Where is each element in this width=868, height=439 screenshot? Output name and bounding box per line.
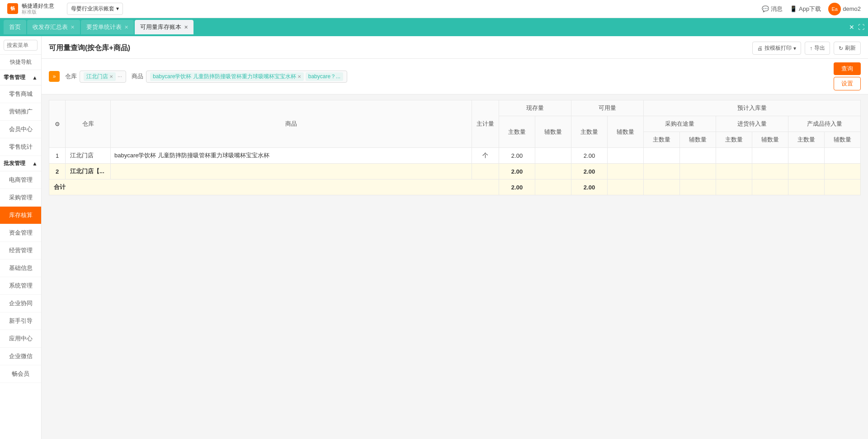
settings-btn[interactable]: 设置 xyxy=(834,77,861,90)
footer-production-main xyxy=(788,179,825,195)
sidebar-item-system[interactable]: 系统管理 xyxy=(0,277,41,295)
message-btn[interactable]: 💬 消息 xyxy=(762,5,783,13)
goods-remove-icon-1[interactable]: ✕ xyxy=(297,74,301,79)
sidebar-item-marketing[interactable]: 营销推广 xyxy=(0,103,41,121)
row1-stock-aux xyxy=(535,148,571,164)
th-production-aux: 辅数量 xyxy=(825,132,861,148)
print-icon: 🖨 xyxy=(757,45,763,52)
warehouse-filter-group: 仓库 江北门店 ✕ ··· xyxy=(65,71,126,83)
export-btn[interactable]: ↑ 导出 xyxy=(805,42,830,55)
tab-order-stats[interactable]: 要货单统计表 ✕ xyxy=(81,20,134,34)
th-production-pending: 产成品待入量 xyxy=(788,116,861,132)
refresh-icon: ↻ xyxy=(839,45,843,52)
row1-stock-main: 2.00 xyxy=(499,148,535,164)
row1-unit: 个 xyxy=(472,148,499,164)
warehouse-tag: 江北门店 ✕ xyxy=(84,72,116,81)
row2-production-main xyxy=(788,164,825,179)
sidebar: 快捷导航 零售管理 ▲ 零售商城 营销推广 会员中心 零售统计 批发管理 ▲ 电… xyxy=(0,36,42,439)
th-incoming-main: 主数量 xyxy=(716,132,752,148)
row2-warehouse: 江北门店【... xyxy=(66,164,111,179)
row1-purchase-aux xyxy=(680,148,716,164)
row2-incoming-aux xyxy=(752,164,788,179)
sidebar-section-wholesale[interactable]: 批发管理 ▲ xyxy=(0,156,41,171)
page-actions: 🖨 按模板打印 ▾ ↑ 导出 ↻ 刷新 xyxy=(752,42,861,55)
sidebar-item-purchase[interactable]: 采购管理 xyxy=(0,189,41,207)
row2-index: 2 xyxy=(49,164,66,179)
sidebar-search-container xyxy=(0,36,41,55)
chevron-right-icon: » xyxy=(53,73,56,80)
sidebar-section-retail[interactable]: 零售管理 ▲ xyxy=(0,70,41,85)
filter-toggle-btn[interactable]: » xyxy=(49,71,60,82)
footer-incoming-main xyxy=(716,179,752,195)
th-unit: 主计量 xyxy=(472,100,499,148)
warehouse-more-icon[interactable]: ··· xyxy=(118,73,122,80)
warehouse-remove-icon[interactable]: ✕ xyxy=(109,74,113,79)
tab-close-available[interactable]: ✕ xyxy=(184,24,188,30)
tab-available-stock[interactable]: 可用量库存账本 ✕ xyxy=(135,20,193,34)
sidebar-item-ecommerce[interactable]: 电商管理 xyxy=(0,171,41,189)
sidebar-item-enterprise[interactable]: 企业协同 xyxy=(0,295,41,312)
row2-production-aux xyxy=(825,164,861,179)
th-avail-aux: 辅数量 xyxy=(608,116,644,148)
sidebar-item-inventory[interactable]: 库存核算 xyxy=(0,207,41,224)
settings-icon[interactable]: ⚙ xyxy=(55,121,60,127)
org-selector[interactable]: 母婴行业演示账套 ▾ xyxy=(67,3,123,15)
tab-expand-icon[interactable]: ⛶ xyxy=(858,24,864,31)
export-icon: ↑ xyxy=(810,45,812,52)
row1-avail-main: 2.00 xyxy=(571,148,608,164)
goods-tag-1: babycare学饮杯 儿童防摔防撞吸管杯重力球吸嘴杯宝宝水杯 ✕ xyxy=(150,72,304,81)
sidebar-item-guide[interactable]: 新手引导 xyxy=(0,312,41,330)
tab-actions: ✕ ⛶ xyxy=(849,24,864,31)
goods-value[interactable]: babycare学饮杯 儿童防摔防撞吸管杯重力球吸嘴杯宝宝水杯 ✕ babyca… xyxy=(146,71,347,83)
row2-unit xyxy=(472,164,499,179)
warehouse-label: 仓库 xyxy=(65,72,77,80)
app-download-btn[interactable]: 📱 App下载 xyxy=(790,5,821,13)
warehouse-value[interactable]: 江北门店 ✕ ··· xyxy=(80,71,126,83)
sidebar-item-operations[interactable]: 经营管理 xyxy=(0,242,41,260)
footer-production-aux xyxy=(825,179,861,195)
th-current-stock: 现存量 xyxy=(499,100,571,116)
sidebar-item-retail-mall[interactable]: 零售商城 xyxy=(0,85,41,103)
sidebar-item-basic-info[interactable]: 基础信息 xyxy=(0,260,41,277)
refresh-btn[interactable]: ↻ 刷新 xyxy=(834,42,861,55)
tab-receipt-summary[interactable]: 收发存汇总表 ✕ xyxy=(27,20,80,34)
row1-purchase-main xyxy=(644,148,680,164)
filter-bar: » 仓库 江北门店 ✕ ··· 商品 babycare学饮杯 儿童防摔防撞吸管杯… xyxy=(42,59,868,94)
sidebar-item-member-plus[interactable]: 畅会员 xyxy=(0,365,41,383)
footer-purchase-main xyxy=(644,179,680,195)
chevron-up-icon: ▲ xyxy=(32,75,38,81)
th-stock-main: 主数量 xyxy=(499,116,535,148)
row2-goods xyxy=(111,164,472,179)
sidebar-item-member[interactable]: 会员中心 xyxy=(0,121,41,138)
avatar: Ea xyxy=(828,3,841,15)
sidebar-item-quick-nav[interactable]: 快捷导航 xyxy=(0,55,41,70)
top-bar: 畅 畅捷通好生意 标准版 母婴行业演示账套 ▾ 💬 消息 📱 App下载 Ea … xyxy=(0,0,868,18)
sidebar-item-enterprise-wechat[interactable]: 企业微信 xyxy=(0,348,41,365)
th-available: 可用量 xyxy=(571,100,644,116)
sidebar-item-app-center[interactable]: 应用中心 xyxy=(0,330,41,348)
query-btn[interactable]: 查询 xyxy=(834,62,861,75)
footer-avail-aux xyxy=(608,179,644,195)
user-profile[interactable]: Ea demo2 xyxy=(828,3,861,15)
content-area: 可用量查询(按仓库+商品) 🖨 按模板打印 ▾ ↑ 导出 ↻ 刷新 xyxy=(42,36,868,439)
page-header: 可用量查询(按仓库+商品) 🖨 按模板打印 ▾ ↑ 导出 ↻ 刷新 xyxy=(42,36,868,59)
th-purchase-transit: 采购在途量 xyxy=(644,116,716,132)
row2-purchase-main xyxy=(644,164,680,179)
table-row: 1 江北门店 babycare学饮杯 儿童防摔防撞吸管杯重力球吸嘴杯宝宝水杯 个… xyxy=(49,148,861,164)
sidebar-item-finance[interactable]: 资金管理 xyxy=(0,224,41,242)
sidebar-item-retail-stats[interactable]: 零售统计 xyxy=(0,138,41,156)
th-incoming-pending: 进货待入量 xyxy=(716,116,788,132)
tab-home[interactable]: 首页 xyxy=(4,20,26,34)
tab-close-order[interactable]: ✕ xyxy=(124,24,128,30)
th-avail-main: 主数量 xyxy=(571,116,608,148)
th-settings[interactable]: ⚙ xyxy=(49,100,66,148)
tab-close-receipt[interactable]: ✕ xyxy=(71,24,75,30)
message-icon: 💬 xyxy=(762,5,769,12)
footer-incoming-aux xyxy=(752,179,788,195)
sidebar-search-input[interactable] xyxy=(4,40,38,51)
row2-stock-aux xyxy=(535,164,571,179)
th-purchase-aux: 辅数量 xyxy=(680,132,716,148)
th-warehouse: 仓库 xyxy=(66,100,111,148)
print-template-btn[interactable]: 🖨 按模板打印 ▾ xyxy=(752,42,801,55)
tab-close-all-icon[interactable]: ✕ xyxy=(849,24,854,31)
